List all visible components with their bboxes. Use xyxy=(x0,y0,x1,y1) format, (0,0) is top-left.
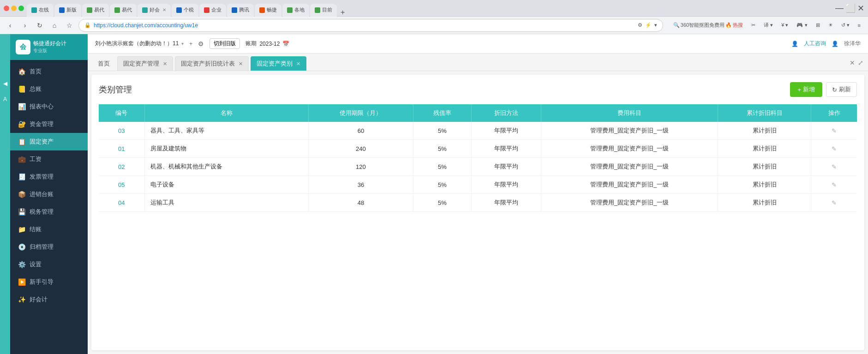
star-button[interactable]: ☆ xyxy=(64,20,75,31)
currency-button[interactable]: ¥ ▾ xyxy=(778,21,791,29)
calendar-icon[interactable]: 📅 xyxy=(282,41,289,47)
sidebar-item-invoice[interactable]: 🧾 发票管理 xyxy=(10,168,88,186)
refresh-button[interactable]: ↻ 刷新 xyxy=(826,82,857,97)
sidebar-item-ledger[interactable]: 📒 总账 xyxy=(10,80,88,98)
top-bar: 刘小艳演示账套（勿删勿动！）11 ▾ + ⚙ 切到旧版 账期 2023-12 📅… xyxy=(88,34,868,54)
browser-tab-t2[interactable]: 新版 xyxy=(54,4,81,17)
sidebar-item-archive[interactable]: 💿 归档管理 xyxy=(10,238,88,256)
sidebar-item-tax[interactable]: 💾 税务管理 xyxy=(10,203,88,221)
cell-accumulated: 累计折旧 xyxy=(718,158,811,176)
browser-tab-t4[interactable]: 易代 xyxy=(110,4,137,17)
cell-id: 03 xyxy=(99,122,144,140)
consult-label[interactable]: 人工咨询 xyxy=(804,40,826,48)
tab-category[interactable]: 固定资产类别 ✕ xyxy=(251,56,306,71)
forward-button[interactable]: › xyxy=(19,20,30,31)
sidebar-item-guide[interactable]: ▶️ 新手引导 xyxy=(10,273,88,291)
menu-button[interactable]: ≡ xyxy=(855,22,863,29)
game-button[interactable]: 🎮 ▾ xyxy=(794,21,810,29)
browser-tab-t7[interactable]: 企业 xyxy=(199,4,226,17)
col-id: 编号 xyxy=(99,104,144,122)
settings-icon-btn[interactable]: ⚙ xyxy=(198,40,204,48)
sidebar-item-more[interactable]: ✨ 好会计 xyxy=(10,291,88,308)
close-app-button[interactable]: ✕ xyxy=(857,3,864,13)
switch-version-button[interactable]: 切到旧版 xyxy=(210,38,240,49)
browser-tab-t11[interactable]: 目前 xyxy=(310,4,337,17)
hot-label: 热搜 xyxy=(733,22,743,29)
scissors-button[interactable]: ✂ xyxy=(748,21,758,29)
brightness-button[interactable]: ☀ xyxy=(826,21,836,29)
minimize-window-button[interactable] xyxy=(11,6,17,11)
cell-action[interactable]: ✎ xyxy=(811,158,857,176)
strip-icon-2[interactable]: A xyxy=(3,96,7,102)
page-title: 类别管理 xyxy=(99,84,132,95)
cell-id: 04 xyxy=(99,194,144,212)
close-tab-t5-icon[interactable]: ✕ xyxy=(162,7,166,12)
browser-tab-t10[interactable]: 各地 xyxy=(282,4,309,17)
close-tab-fixed-mgmt-icon[interactable]: ✕ xyxy=(163,61,167,67)
sidebar-item-close[interactable]: 📁 结账 xyxy=(10,221,88,238)
restore-button[interactable]: ⬜ xyxy=(845,3,856,13)
cell-accumulated: 累计折旧 xyxy=(718,194,811,212)
address-bar[interactable]: 🔒 https://cloud.chanjet.com/accounting/u… xyxy=(78,19,663,32)
edit-icon[interactable]: ✎ xyxy=(832,181,837,188)
cell-action[interactable]: ✎ xyxy=(811,194,857,212)
new-tab-button[interactable]: + xyxy=(338,8,347,17)
archive-icon: 💿 xyxy=(18,243,26,251)
translate-button[interactable]: 译 ▾ xyxy=(761,21,776,30)
strip-icon-1[interactable]: ◀ xyxy=(3,80,7,87)
cell-name: 机器、机械和其他生产设备 xyxy=(144,158,308,176)
cell-period: 48 xyxy=(308,194,413,212)
browser-tab-t9[interactable]: 畅捷 xyxy=(255,4,281,17)
cell-method: 年限平均 xyxy=(471,122,541,140)
table-row: 04 运输工具 48 5% 年限平均 管理费用_固定资产折旧_一级 累计折旧 ✎ xyxy=(99,194,857,212)
close-tab-category-icon[interactable]: ✕ xyxy=(296,61,300,67)
sidebar-item-stock[interactable]: 📦 进销台账 xyxy=(10,186,88,203)
reload-button[interactable]: ↻ xyxy=(34,20,45,31)
sidebar-item-reports[interactable]: 📊 报表中心 xyxy=(10,98,88,115)
edit-icon[interactable]: ✎ xyxy=(832,127,837,134)
sidebar-item-fixed-label: 固定资产 xyxy=(30,138,54,146)
minimize-button[interactable]: — xyxy=(835,3,844,13)
sidebar-item-fixed[interactable]: 📋 固定资产 xyxy=(10,133,88,150)
sidebar-item-funds[interactable]: 🔐 资金管理 xyxy=(10,115,88,133)
browser-tab-t3[interactable]: 易代 xyxy=(82,4,109,17)
cell-action[interactable]: ✎ xyxy=(811,122,857,140)
cell-action[interactable]: ✎ xyxy=(811,140,857,158)
close-window-button[interactable] xyxy=(4,6,9,11)
edit-icon[interactable]: ✎ xyxy=(832,145,837,152)
address-text: https://cloud.chanjet.com/accounting/uw1… xyxy=(94,22,635,29)
expand-button[interactable]: ⤢ xyxy=(858,59,863,66)
cell-residual: 5% xyxy=(413,176,472,194)
cell-action[interactable]: ✎ xyxy=(811,176,857,194)
tab-fixed-mgmt[interactable]: 固定资产管理 ✕ xyxy=(117,56,173,71)
history-button[interactable]: ↺ ▾ xyxy=(838,21,852,29)
tab-favicon-t3 xyxy=(87,7,92,13)
close-tab-depreciation-icon[interactable]: ✕ xyxy=(239,61,243,67)
tab-home[interactable]: 首页 xyxy=(92,57,115,71)
grid-button[interactable]: ⊞ xyxy=(813,21,823,29)
header-actions: + 新增 ↻ 刷新 xyxy=(790,82,857,97)
sidebar-item-payroll[interactable]: 💼 工资 xyxy=(10,150,88,168)
browser-tab-t8[interactable]: 腾讯 xyxy=(227,4,254,17)
edit-icon[interactable]: ✎ xyxy=(832,163,837,170)
add-account-button[interactable]: + xyxy=(189,41,192,47)
sidebar-item-archive-label: 归档管理 xyxy=(30,243,54,251)
sidebar-item-settings[interactable]: ⚙️ 设置 xyxy=(10,256,88,273)
browser-tab-t5[interactable]: 好会 ✕ xyxy=(138,4,171,17)
close-all-tabs-button[interactable]: ✕ xyxy=(850,59,855,66)
browser-tab-t6[interactable]: 个税 xyxy=(172,4,198,17)
add-button[interactable]: + 新增 xyxy=(790,82,822,97)
sidebar-item-home[interactable]: 🏠 首页 xyxy=(10,63,88,80)
tab-depreciation[interactable]: 固定资产折旧统计表 ✕ xyxy=(175,56,249,71)
cell-residual: 5% xyxy=(413,158,472,176)
maximize-window-button[interactable] xyxy=(18,6,24,11)
search-bar[interactable]: 🔍 360智能抠图免费用 🔥 热搜 xyxy=(670,21,746,30)
close-period-icon: 📁 xyxy=(18,226,26,233)
tab-favicon-t7 xyxy=(204,7,210,13)
home-button[interactable]: ⌂ xyxy=(49,20,60,31)
browser-tab-label-t11: 目前 xyxy=(322,6,332,13)
back-button[interactable]: ‹ xyxy=(5,20,16,31)
browser-tab-t1[interactable]: 在线 xyxy=(27,4,54,17)
edit-icon[interactable]: ✎ xyxy=(832,199,837,206)
logo-icon: 会 xyxy=(16,40,30,54)
